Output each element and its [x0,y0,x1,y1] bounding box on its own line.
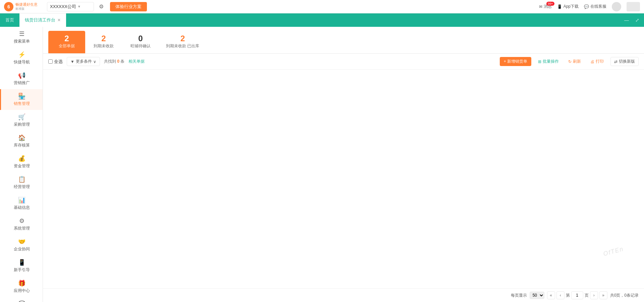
stat-tab-shipped[interactable]: 2 到期未收款 已出库 [159,31,206,53]
stat-num-pending: 0 [129,34,152,43]
sidebar-search-label: 搜索菜单 [14,39,30,44]
message-badge: 99+ [546,2,554,6]
stat-tabs: 2 全部单据 2 到期未收款 0 旺辅待确认 2 到期未收款 已出库 [43,27,644,54]
batch-icon: ⊞ [538,59,541,64]
stat-label-shipped: 到期未收款 已出库 [166,43,199,49]
sidebar-cooperation-label: 企业协同 [14,246,30,252]
sales-icon: 🏪 [18,93,25,100]
switch-label: 切换新版 [619,59,635,64]
cooperation-icon: 🤝 [18,238,25,245]
sidebar-finance-label: 资金管理 [14,163,30,169]
per-page-select[interactable]: 50 [530,292,544,299]
page-next-button[interactable]: › [590,291,598,299]
topbar-right: ✉ 消息 99+ 📱 App下载 💬 在线客服 [539,2,640,11]
stat-tab-pending[interactable]: 0 旺辅待确认 [122,31,159,53]
sidebar-app-center-label: 应用中心 [14,288,30,294]
filter-icon: ▼ [70,59,74,64]
tabbar-controls: — ⤢ [623,16,644,24]
tab-home[interactable]: 首页 [0,13,19,27]
select-all-checkbox[interactable]: 全选 [48,59,63,65]
app-download-button[interactable]: 📱 App下载 [557,4,579,9]
settings-button[interactable]: ⚙ [97,2,106,11]
page-last-button[interactable]: » [599,291,607,299]
tab-close-button[interactable]: ✕ [57,18,61,22]
sidebar-item-app-center[interactable]: 🎁 应用中心 [0,276,43,297]
page-prev-button[interactable]: ‹ [556,291,565,299]
main-layout: ☰ 搜索菜单 ⚡ 快捷导航 📢 营销推广 🏪 销售管理 🛒 采购管理 🏠 库存核… [0,27,644,302]
content-area: 2 全部单据 2 到期未收款 0 旺辅待确认 2 到期未收款 已出库 全选 [43,27,644,302]
sidebar-item-sales[interactable]: 🏪 销售管理 [0,89,43,110]
page-suffix: 页 [585,293,589,298]
inventory-icon: 🏠 [18,134,25,141]
search-menu-icon: ☰ [19,30,24,38]
filter-label: 更多条件 [76,59,92,64]
refresh-icon: ↻ [568,59,572,64]
stat-label-overdue: 到期未收款 [92,43,115,49]
logo-badge: 标准版 [15,7,38,11]
select-all-input[interactable] [48,59,53,64]
tab-maximize-button[interactable]: ⤢ [633,16,641,24]
online-service-label: 在线客服 [590,4,606,9]
stat-num-shipped: 2 [166,34,199,43]
trial-button[interactable]: 体验行业方案 [110,2,147,11]
page-nav: « ‹ 第 页 › » [547,291,607,299]
sidebar-item-guide[interactable]: 📱 新手引导 [0,255,43,276]
batch-operation-button[interactable]: ⊞ 批量操作 [535,57,561,66]
related-bill-link[interactable]: 相关单据 [128,59,145,64]
refresh-label: 刷新 [573,59,581,64]
sidebar-base-info-label: 基础信息 [14,205,30,210]
sidebar-item-cooperation[interactable]: 🤝 企业协同 [0,235,43,255]
sidebar-inventory-label: 库存核算 [14,142,30,148]
tab-workbench-label: 钱货日清工作台 [25,17,55,23]
logo-text: 畅捷通好生意 [15,2,38,7]
sidebar-marketing-label: 营销推广 [14,80,30,86]
found-prefix: 共找到 [104,59,116,64]
user-menu[interactable] [627,2,640,11]
sidebar-system-label: 系统管理 [14,226,30,231]
stat-label-all: 全部单据 [55,43,78,49]
message-button[interactable]: ✉ 消息 99+ [539,4,552,9]
app-download-label: App下载 [564,4,579,9]
found-unit: 条 [120,59,124,64]
sidebar-item-search[interactable]: ☰ 搜索菜单 [0,27,43,48]
tab-workbench[interactable]: 钱货日清工作台 ✕ [19,13,66,27]
sidebar-item-inventory[interactable]: 🏠 库存核算 [0,131,43,152]
tab-minimize-button[interactable]: — [623,16,631,24]
page-prefix: 第 [566,293,570,298]
app-center-icon: 🎁 [18,280,25,287]
sidebar-item-wechat[interactable]: 💬 企业微信 [0,297,43,302]
switch-version-button[interactable]: ⇄ 切换新版 [610,57,639,66]
avatar[interactable] [612,2,621,11]
select-all-label: 全选 [54,59,63,65]
page-first-button[interactable]: « [547,291,555,299]
found-count: 共找到 0 条 [104,59,124,64]
sidebar-item-marketing[interactable]: 📢 营销推广 [0,68,43,89]
sidebar-purchase-label: 采购管理 [14,122,30,127]
total-info: 共0页，0条记录 [610,293,639,298]
wechat-icon: 💬 [18,300,25,302]
sidebar-item-finance[interactable]: 💰 资金管理 [0,152,43,172]
refresh-button[interactable]: ↻ 刷新 [566,57,584,66]
page-input[interactable] [571,291,583,299]
system-icon: ⚙ [19,217,24,225]
print-button[interactable]: 🖨 打印 [588,57,606,66]
company-dropdown-arrow: ▼ [77,5,81,8]
stat-tab-all[interactable]: 2 全部单据 [48,31,85,53]
sidebar-item-system[interactable]: ⚙ 系统管理 [0,214,43,235]
sidebar-item-quick-nav[interactable]: ⚡ 快捷导航 [0,48,43,68]
filter-button[interactable]: ▼ 更多条件 ∨ [67,57,100,66]
sidebar-item-base-info[interactable]: 📊 基础信息 [0,193,43,214]
sidebar-item-purchase[interactable]: 🛒 采购管理 [0,110,43,131]
toolbar-right: + 新增销货单 ⊞ 批量操作 ↻ 刷新 🖨 打印 ⇄ 切换新版 [500,57,639,66]
add-sales-bill-button[interactable]: + 新增销货单 [500,57,531,66]
stat-tab-overdue[interactable]: 2 到期未收款 [85,31,122,53]
online-service-button[interactable]: 💬 在线客服 [584,4,606,9]
company-selector[interactable]: XXXXXX公司 ▼ [47,2,94,11]
finance-icon: 💰 [18,155,25,162]
sidebar: ☰ 搜索菜单 ⚡ 快捷导航 📢 营销推广 🏪 销售管理 🛒 采购管理 🏠 库存核… [0,27,43,302]
purchase-icon: 🛒 [18,113,25,121]
app-logo: 6 畅捷通好生意 标准版 [4,2,47,11]
sidebar-item-operation[interactable]: 📋 经营管理 [0,172,43,193]
toolbar: 全选 ▼ 更多条件 ∨ 共找到 0 条 相关单据 + 新增销货单 ⊞ 批量操作 [43,54,644,70]
switch-icon: ⇄ [614,59,618,64]
